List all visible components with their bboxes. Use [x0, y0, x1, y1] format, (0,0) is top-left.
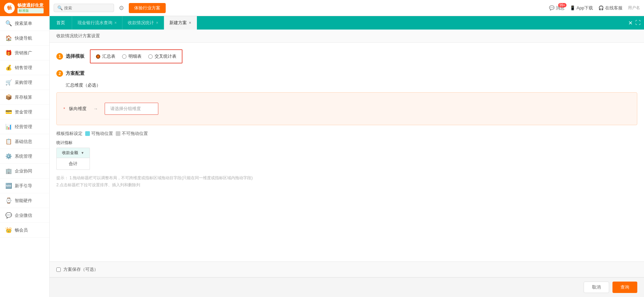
sidebar: 畅 畅捷通好生意 标准版 🔍 搜索菜单 🏠 快捷导航 🎁 营销推广 💰 销售管理… [0, 0, 50, 297]
page-content: 1 选择模板 汇总表 明细表 交叉统计表 [50, 43, 644, 261]
sidebar-label-wechat: 企业微信 [15, 212, 32, 218]
section1-number: 1 [56, 53, 63, 60]
query-button[interactable]: 查询 [612, 282, 637, 293]
save-section: 方案保存（可选） [50, 261, 644, 277]
online-support-btn[interactable]: 🎧 在线客服 [598, 5, 623, 11]
sidebar-item-search-menu[interactable]: 🔍 搜索菜单 [0, 16, 49, 31]
sidebar-label-inventory: 库存核算 [15, 94, 32, 100]
chevron-down-icon[interactable]: ▼ [81, 151, 84, 155]
sidebar-item-enterprise[interactable]: 🏢 企业协同 [0, 164, 49, 179]
tabs-right-actions: ✕ ⛶ [625, 20, 644, 26]
tip-1: 提示： 1.拖动标题栏可以调整布局，不可跨维度或指标区域拖动目字段(只能在同一维… [56, 175, 637, 181]
basic-info-icon: 📋 [5, 138, 12, 145]
smart-hw-icon: ⌚ [5, 197, 12, 204]
notification-btn[interactable]: 💬 消息 99+ [549, 5, 565, 11]
topbar-search-box[interactable]: 🔍 [54, 4, 114, 12]
notification-badge: 99+ [558, 3, 567, 7]
sidebar-item-sales[interactable]: 💰 销售管理 [0, 60, 49, 75]
sidebar-label-quick-nav: 快捷导航 [15, 35, 32, 41]
tab-bank-flow-close[interactable]: × [114, 20, 117, 25]
logo-badge: 标准版 [17, 8, 44, 13]
tab-new-plan[interactable]: 新建方案 × [164, 16, 197, 30]
search-menu-icon: 🔍 [5, 20, 12, 27]
search-input[interactable] [64, 6, 111, 10]
search-icon: 🔍 [57, 5, 63, 10]
sidebar-item-wechat[interactable]: 💬 企业微信 [0, 208, 49, 223]
tab-close-all-icon[interactable]: ✕ [628, 20, 633, 26]
notification-icon: 💬 [549, 5, 554, 10]
page-title-bar: 收款情况统计方案设置 [50, 30, 644, 43]
sidebar-item-marketing[interactable]: 🎁 营销推广 [0, 46, 49, 60]
template-detail-radio[interactable] [122, 54, 126, 59]
section2-header: 2 方案配置 [56, 70, 637, 77]
template-summary-radio[interactable] [96, 54, 100, 59]
template-cross-label: 交叉统计表 [155, 53, 176, 59]
template-summary-option[interactable]: 汇总表 [96, 53, 115, 59]
sidebar-item-member[interactable]: 👑 畅会员 [0, 223, 49, 238]
template-selection-box: 汇总表 明细表 交叉统计表 [90, 49, 182, 63]
wechat-icon: 💬 [5, 212, 12, 218]
template-cross-option[interactable]: 交叉统计表 [148, 53, 176, 59]
online-support-label: 在线客服 [605, 5, 623, 11]
app-icon: 📱 [570, 5, 575, 10]
dimension-select[interactable]: 请选择分组维度 [105, 103, 158, 115]
tab-receipt-stats-close[interactable]: × [156, 20, 158, 25]
dimension-placeholder: 请选择分组维度 [110, 106, 141, 111]
sidebar-label-search-menu: 搜索菜单 [15, 20, 32, 27]
sidebar-label-sales: 销售管理 [15, 65, 32, 71]
sidebar-item-finance[interactable]: 💳 资金管理 [0, 105, 49, 119]
industry-btn[interactable]: 体验行业方案 [129, 3, 166, 13]
save-checkbox[interactable] [56, 267, 61, 272]
sidebar-item-quick-nav[interactable]: 🏠 快捷导航 [0, 31, 49, 46]
marketing-icon: 🎁 [5, 50, 12, 56]
app-download-btn[interactable]: 📱 App下载 [570, 5, 593, 11]
dimension-config-box: * 纵向维度 → 请选择分组维度 [56, 92, 637, 125]
topbar-right: 💬 消息 99+ 📱 App下载 🎧 在线客服 用户名 [549, 5, 640, 11]
tab-home[interactable]: 首页 [50, 16, 72, 30]
quick-nav-icon: 🏠 [5, 35, 12, 41]
sidebar-logo: 畅 畅捷通好生意 标准版 [0, 0, 49, 16]
tab-bank-flow-label: 现金银行流水查询 [77, 20, 112, 26]
content-area: 收款情况统计方案设置 1 选择模板 汇总表 明细表 [50, 30, 644, 277]
sidebar-item-operations[interactable]: 📊 经营管理 [0, 119, 49, 134]
tab-new-plan-close[interactable]: × [189, 20, 191, 25]
draggable-badge [85, 131, 90, 136]
tip-2: 2.点击标题栏下拉可设置排序、插入列和删除列 [56, 182, 637, 188]
sidebar-label-finance: 资金管理 [15, 109, 32, 115]
tab-expand-icon[interactable]: ⛶ [635, 20, 641, 26]
tips-section: 提示： 1.拖动标题栏可以调整布局，不可跨维度或指标区域拖动目字段(只能在同一维… [56, 175, 637, 188]
tab-bank-flow[interactable]: 现金银行流水查询 × [72, 16, 122, 30]
tabs-bar: 首页 现金银行流水查询 × 收款情况统计 × 新建方案 × ✕ ⛶ [50, 16, 644, 30]
sidebar-item-system[interactable]: ⚙️ 系统管理 [0, 149, 49, 164]
metrics-col-header: 收款金额 ▼ [57, 148, 90, 158]
sidebar-label-purchase: 采购管理 [15, 80, 32, 86]
sidebar-item-guide[interactable]: 🆕 新手引导 [0, 179, 49, 193]
template-detail-option[interactable]: 明细表 [122, 53, 142, 59]
sidebar-label-marketing: 营销推广 [15, 50, 32, 56]
app-download-label: App下载 [577, 5, 593, 11]
col-header-text: 收款金额 [62, 150, 78, 156]
dimension-section-title: 汇总维度（必选） [66, 82, 637, 88]
sidebar-label-basic-info: 基础信息 [15, 139, 32, 145]
tab-receipt-stats[interactable]: 收款情况统计 × [122, 16, 164, 30]
metrics-col-item: 合计 [57, 158, 90, 169]
template-cross-radio[interactable] [148, 54, 153, 59]
tab-new-plan-label: 新建方案 [169, 20, 187, 26]
sidebar-label-operations: 经营管理 [15, 124, 32, 130]
sidebar-item-inventory[interactable]: 📦 库存核算 [0, 90, 49, 105]
template-detail-label: 明细表 [128, 53, 142, 59]
draggable-label: 可拖动位置 [91, 131, 113, 137]
sidebar-item-smart-hw[interactable]: ⌚ 智能硬件 [0, 193, 49, 208]
user-label: 用户名 [628, 5, 640, 11]
sidebar-item-basic-info[interactable]: 📋 基础信息 [0, 134, 49, 149]
purchase-icon: 🛒 [5, 79, 12, 86]
sidebar-item-purchase[interactable]: 🛒 采购管理 [0, 75, 49, 90]
metrics-table: 收款金额 ▼ 合计 [56, 148, 90, 170]
not-draggable-label: 不可拖动位置 [122, 131, 148, 137]
settings-icon[interactable]: ⚙ [117, 3, 126, 13]
system-icon: ⚙️ [5, 153, 12, 159]
inventory-icon: 📦 [5, 94, 12, 100]
cancel-button[interactable]: 取消 [584, 282, 609, 293]
arrow-right-icon: → [93, 106, 98, 111]
sidebar-label-guide: 新手引导 [15, 183, 32, 189]
